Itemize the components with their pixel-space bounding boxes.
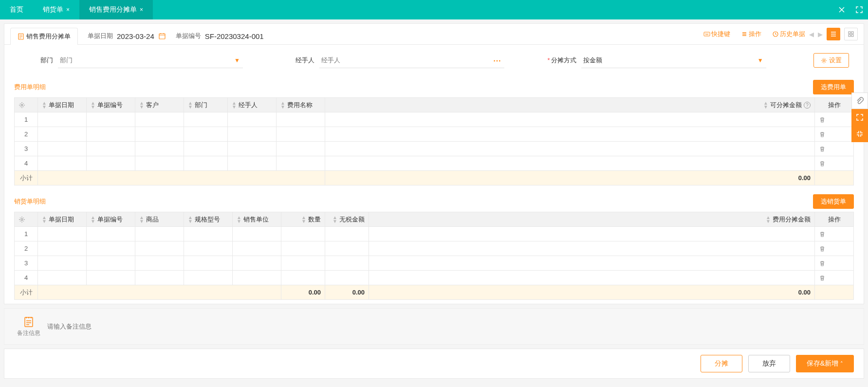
col-operate: 操作 bbox=[815, 98, 854, 112]
shortcut-keys-link[interactable]: 快捷键 bbox=[703, 30, 730, 38]
col-notax[interactable]: 无税金额 bbox=[325, 212, 369, 227]
view-mode-grid-button[interactable] bbox=[844, 28, 858, 40]
expense-section-title: 费用单明细 bbox=[14, 83, 46, 92]
select-expense-button[interactable]: 选费用单 bbox=[813, 80, 854, 94]
expense-subtotal-row: 小计 0.00 bbox=[15, 171, 854, 185]
delete-icon[interactable] bbox=[819, 116, 850, 123]
method-select[interactable]: ▼ bbox=[581, 53, 766, 68]
expense-table: 单据日期 单据编号 客户 部门 经手人 费用名称 可分摊金额? 操作 1234 … bbox=[14, 97, 854, 185]
prev-record-button[interactable]: ◀ bbox=[809, 31, 814, 38]
col-date[interactable]: 单据日期 bbox=[38, 212, 87, 227]
row-number: 1 bbox=[15, 112, 38, 127]
subtotal-label: 小计 bbox=[15, 285, 38, 300]
table-row[interactable]: 4 bbox=[15, 271, 854, 285]
col-feename[interactable]: 费用名称 bbox=[277, 98, 325, 112]
row-number: 1 bbox=[15, 227, 38, 241]
allocate-button[interactable]: 分摊 bbox=[701, 355, 742, 372]
row-number: 2 bbox=[15, 241, 38, 256]
sales-detail-section: 销货单明细 选销货单 单据日期 单据编号 商品 规格型号 销售单位 数量 无税金… bbox=[4, 194, 864, 300]
col-operate: 操作 bbox=[815, 212, 854, 227]
view-mode-list-button[interactable] bbox=[827, 28, 840, 40]
calendar-icon[interactable] bbox=[158, 32, 166, 40]
gear-icon bbox=[821, 57, 827, 64]
delete-icon[interactable] bbox=[819, 131, 850, 138]
operate-link[interactable]: 操作 bbox=[741, 30, 761, 38]
method-input[interactable] bbox=[583, 53, 753, 68]
row-number: 4 bbox=[15, 156, 38, 171]
next-record-button[interactable]: ▶ bbox=[818, 31, 823, 38]
main-card: 销售费用分摊单 单据日期 2023-03-24 单据编号 SF-20230324… bbox=[4, 23, 864, 304]
method-label: *分摊方式 bbox=[542, 56, 581, 65]
svg-rect-1 bbox=[159, 34, 165, 39]
notes-icon bbox=[22, 315, 35, 328]
table-row[interactable]: 3 bbox=[15, 256, 854, 271]
col-alloc-amount[interactable]: 可分摊金额? bbox=[325, 98, 815, 112]
handler-input[interactable] bbox=[321, 53, 491, 68]
table-row[interactable]: 4 bbox=[15, 156, 854, 171]
dept-select[interactable]: ▼ bbox=[58, 53, 243, 68]
list-icon bbox=[741, 31, 748, 37]
delete-icon[interactable] bbox=[819, 275, 850, 281]
svg-rect-2 bbox=[704, 32, 710, 36]
sales-section-title: 销货单明细 bbox=[14, 197, 46, 206]
remarks-input[interactable] bbox=[43, 319, 854, 334]
doc-no-value: SF-20230324-001 bbox=[205, 32, 264, 40]
dept-input[interactable] bbox=[60, 53, 229, 68]
col-customer[interactable]: 客户 bbox=[135, 98, 184, 112]
col-dept[interactable]: 部门 bbox=[184, 98, 228, 112]
delete-icon[interactable] bbox=[819, 160, 850, 167]
delete-icon[interactable] bbox=[819, 146, 850, 152]
tab-alloc-label: 销售费用分摊单 bbox=[89, 5, 137, 14]
delete-icon[interactable] bbox=[819, 260, 850, 267]
expand-button[interactable] bbox=[851, 109, 868, 126]
table-settings-header[interactable] bbox=[15, 212, 38, 227]
table-row[interactable]: 1 bbox=[15, 227, 854, 241]
doc-date-value[interactable]: 2023-03-24 bbox=[117, 32, 154, 40]
tab-sales-expense-alloc[interactable]: 销售费用分摊单× bbox=[79, 0, 153, 19]
col-handler[interactable]: 经手人 bbox=[228, 98, 277, 112]
fullscreen-button[interactable] bbox=[850, 0, 868, 19]
window-close-button[interactable] bbox=[833, 0, 850, 19]
table-row[interactable]: 2 bbox=[15, 241, 854, 256]
sales-table: 单据日期 单据编号 商品 规格型号 销售单位 数量 无税金额 费用分摊金额 操作… bbox=[14, 212, 854, 300]
col-docno[interactable]: 单据编号 bbox=[87, 98, 135, 112]
subtotal-label: 小计 bbox=[15, 171, 38, 185]
settings-button[interactable]: 设置 bbox=[813, 53, 849, 68]
document-icon bbox=[18, 33, 24, 40]
close-icon[interactable]: × bbox=[140, 6, 143, 13]
tab-sales-order[interactable]: 销货单× bbox=[33, 0, 79, 19]
col-date[interactable]: 单据日期 bbox=[38, 98, 87, 112]
header-row: 销售费用分摊单 单据日期 2023-03-24 单据编号 SF-20230324… bbox=[4, 24, 864, 45]
col-unit[interactable]: 销售单位 bbox=[233, 212, 281, 227]
col-fee-alloc[interactable]: 费用分摊金额 bbox=[369, 212, 815, 227]
help-icon[interactable]: ? bbox=[804, 102, 811, 109]
delete-icon[interactable] bbox=[819, 231, 850, 238]
row-number: 2 bbox=[15, 127, 38, 142]
col-docno[interactable]: 单据编号 bbox=[87, 212, 135, 227]
history-link[interactable]: 历史单据 bbox=[772, 30, 805, 38]
col-qty[interactable]: 数量 bbox=[281, 212, 325, 227]
table-row[interactable]: 1 bbox=[15, 112, 854, 127]
notax-subtotal-value: 0.00 bbox=[325, 285, 369, 300]
table-row[interactable]: 3 bbox=[15, 142, 854, 156]
col-spec[interactable]: 规格型号 bbox=[184, 212, 233, 227]
handler-select[interactable]: ⋯ bbox=[319, 53, 504, 68]
footer-actions: 分摊 放弃 保存&新增 ˄ bbox=[4, 349, 864, 379]
expense-detail-section: 费用单明细 选费用单 单据日期 单据编号 客户 部门 经手人 费用名称 可分摊金… bbox=[4, 80, 864, 185]
history-icon bbox=[772, 31, 779, 37]
col-product[interactable]: 商品 bbox=[135, 212, 184, 227]
table-settings-header[interactable] bbox=[15, 98, 38, 112]
cancel-button[interactable]: 放弃 bbox=[748, 355, 790, 372]
row-number: 3 bbox=[15, 256, 38, 271]
tab-home[interactable]: 首页 bbox=[0, 0, 33, 19]
save-and-new-button[interactable]: 保存&新增 ˄ bbox=[796, 355, 854, 372]
delete-icon[interactable] bbox=[819, 245, 850, 252]
document-type-tab[interactable]: 销售费用分摊单 bbox=[10, 28, 78, 45]
select-sales-button[interactable]: 选销货单 bbox=[813, 194, 854, 209]
table-row[interactable]: 2 bbox=[15, 127, 854, 142]
svg-rect-7 bbox=[851, 35, 853, 37]
close-icon[interactable]: × bbox=[66, 6, 70, 13]
svg-rect-6 bbox=[849, 35, 850, 37]
collapse-button[interactable] bbox=[851, 126, 868, 142]
attachment-button[interactable] bbox=[851, 92, 868, 109]
